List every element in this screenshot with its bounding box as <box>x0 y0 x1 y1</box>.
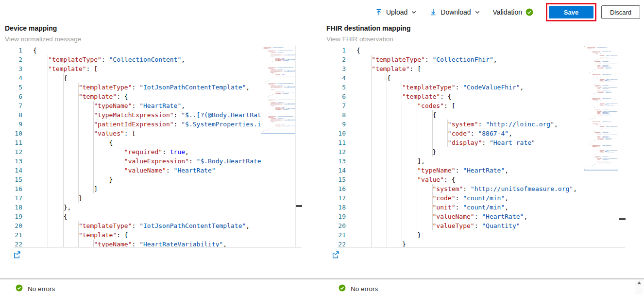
code-line[interactable]: { <box>356 46 584 55</box>
line-number[interactable]: 19 <box>337 212 346 221</box>
line-number[interactable]: 14 <box>337 166 346 175</box>
line-number[interactable]: 16 <box>14 184 22 193</box>
code-line[interactable]: "templateType": "CodeValueFhir", <box>356 83 584 92</box>
minimap[interactable]: { "templateType": "CollectionContent", "… <box>261 46 295 247</box>
line-number[interactable]: 21 <box>337 230 346 240</box>
line-number[interactable]: 5 <box>14 83 22 92</box>
line-number[interactable]: 13 <box>14 156 22 166</box>
code-line[interactable]: "templateType": "IotJsonPathContentTempl… <box>33 221 261 230</box>
code-line[interactable]: "system": "http://loinc.org", <box>356 120 584 129</box>
code-line[interactable]: } <box>356 240 584 247</box>
line-number[interactable]: 1 <box>337 46 346 55</box>
line-number[interactable]: 3 <box>337 64 346 73</box>
fhir-mapping-editor[interactable]: 12345678910111213141516171819202122 { "t… <box>337 45 625 248</box>
line-number[interactable]: 10 <box>14 129 22 138</box>
line-number[interactable]: 4 <box>14 73 22 83</box>
code-line[interactable]: { <box>33 138 261 147</box>
code-line[interactable]: "required": true, <box>33 147 261 156</box>
code-line[interactable]: { <box>33 212 261 221</box>
code-line[interactable]: "value": { <box>356 175 584 184</box>
line-number[interactable]: 15 <box>337 175 346 184</box>
code-content[interactable]: { "templateType": "CollectionContent", "… <box>33 46 261 247</box>
code-line[interactable]: "values": [ <box>33 129 261 138</box>
line-number[interactable]: 9 <box>14 120 22 129</box>
line-number[interactable]: 12 <box>337 147 346 156</box>
code-line[interactable]: "template": [ <box>33 64 261 73</box>
view-fhir-observation-link[interactable]: View FHIR observation <box>326 35 393 43</box>
code-line[interactable]: "valueName": "HeartRate" <box>33 166 261 175</box>
code-line[interactable]: "typeMatchExpression": "$..[?(@Body.Hear… <box>33 110 261 120</box>
line-number[interactable]: 16 <box>337 184 346 193</box>
save-button[interactable]: Save <box>549 6 593 18</box>
code-line[interactable]: "typeName": "HeartRate", <box>356 166 584 175</box>
line-number[interactable]: 8 <box>14 110 22 120</box>
line-number[interactable]: 12 <box>14 147 22 156</box>
code-line[interactable]: "templateType": "CollectionContent", <box>33 55 261 64</box>
line-number-gutter[interactable]: 12345678910111213141516171819202122 <box>14 46 22 247</box>
code-line[interactable]: } <box>33 175 261 184</box>
line-number-gutter[interactable]: 12345678910111213141516171819202122 <box>337 46 346 247</box>
line-number[interactable]: 15 <box>14 175 22 184</box>
line-number[interactable]: 22 <box>337 240 346 247</box>
line-number[interactable]: 6 <box>14 92 22 101</box>
line-number[interactable]: 18 <box>337 203 346 212</box>
code-line[interactable]: } <box>356 230 584 240</box>
discard-button[interactable]: Discard <box>601 5 640 19</box>
upload-button[interactable]: Upload <box>375 8 417 16</box>
code-area[interactable]: 12345678910111213141516171819202122 { "t… <box>14 46 261 247</box>
code-line[interactable]: "typeName": "HeartRate", <box>33 101 261 110</box>
code-line[interactable]: "template": [ <box>356 64 584 73</box>
line-number[interactable]: 10 <box>337 129 346 138</box>
code-line[interactable]: "display": "Heart rate" <box>356 138 584 147</box>
line-number[interactable]: 2 <box>14 55 22 64</box>
line-number[interactable]: 13 <box>337 156 346 166</box>
code-line[interactable]: { <box>33 46 261 55</box>
code-line[interactable]: { <box>356 73 584 83</box>
code-line[interactable]: { <box>33 73 261 83</box>
code-line[interactable]: "template": { <box>356 92 584 101</box>
code-area[interactable]: 12345678910111213141516171819202122 { "t… <box>337 46 584 247</box>
line-number[interactable]: 11 <box>337 138 346 147</box>
line-number[interactable]: 20 <box>337 221 346 230</box>
code-line[interactable]: "code": "count/min", <box>356 193 584 203</box>
code-line[interactable]: "unit": "count/min", <box>356 203 584 212</box>
line-number[interactable]: 6 <box>337 92 346 101</box>
line-number[interactable]: 22 <box>14 240 22 247</box>
expand-fhir-editor-button[interactable] <box>331 250 340 260</box>
line-number[interactable]: 8 <box>337 110 346 120</box>
line-number[interactable]: 11 <box>14 138 22 147</box>
code-line[interactable]: "patientIdExpression": "$.SystemProperti… <box>33 120 261 129</box>
code-line[interactable]: "typeName": "HeartRateVariability", <box>33 240 261 247</box>
line-number[interactable]: 17 <box>14 193 22 203</box>
view-normalized-message-link[interactable]: View normalized message <box>5 35 81 43</box>
code-line[interactable]: "template": { <box>33 230 261 240</box>
line-number[interactable]: 5 <box>337 83 346 92</box>
scrollbar-up-button[interactable] <box>635 279 643 295</box>
line-number[interactable]: 20 <box>14 221 22 230</box>
line-number[interactable]: 19 <box>14 212 22 221</box>
code-line[interactable]: "codes": [ <box>356 101 584 110</box>
code-line[interactable]: "valueType": "Quantity" <box>356 221 584 230</box>
line-number[interactable]: 7 <box>337 101 346 110</box>
code-line[interactable]: ], <box>356 156 584 166</box>
line-number[interactable]: 9 <box>337 120 346 129</box>
download-button[interactable]: Download <box>429 8 480 16</box>
code-line[interactable]: "code": "8867-4", <box>356 129 584 138</box>
expand-device-editor-button[interactable] <box>12 250 22 260</box>
line-number[interactable]: 14 <box>14 166 22 175</box>
minimap[interactable]: { "templateType": "CollectionFhir", "tem… <box>584 46 618 247</box>
line-number[interactable]: 18 <box>14 203 22 212</box>
line-number[interactable]: 21 <box>14 230 22 240</box>
code-line[interactable]: }, <box>33 203 261 212</box>
line-number[interactable]: 17 <box>337 193 346 203</box>
code-line[interactable]: "templateType": "IotJsonPathContentTempl… <box>33 83 261 92</box>
code-line[interactable]: { <box>356 110 584 120</box>
line-number[interactable]: 7 <box>14 101 22 110</box>
line-number[interactable]: 3 <box>14 64 22 73</box>
line-number[interactable]: 1 <box>14 46 22 55</box>
code-line[interactable]: "valueExpression": "$.Body.HeartRate", <box>33 156 261 166</box>
code-content[interactable]: { "templateType": "CollectionFhir", "tem… <box>356 46 584 247</box>
code-line[interactable]: "system": "http://unitsofmeasure.org", <box>356 184 584 193</box>
device-mapping-editor[interactable]: 12345678910111213141516171819202122 { "t… <box>14 45 302 248</box>
code-line[interactable]: } <box>33 193 261 203</box>
